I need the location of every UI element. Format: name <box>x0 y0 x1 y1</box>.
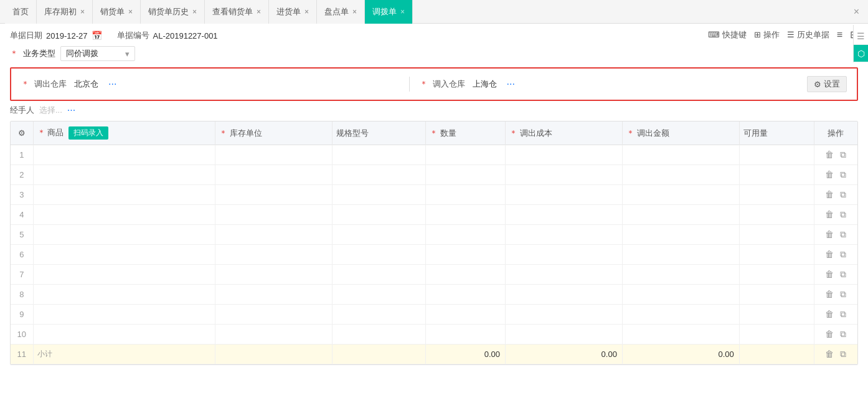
cell-product[interactable] <box>33 145 215 165</box>
copy-icon[interactable]: ⧉ <box>840 209 846 219</box>
cell-product[interactable] <box>33 225 215 245</box>
cell-spec[interactable] <box>333 265 426 285</box>
cell-cost[interactable] <box>505 225 622 245</box>
cell-unit[interactable] <box>215 185 333 205</box>
tab-inventory-init[interactable]: 库存期初 × <box>37 0 93 24</box>
copy-icon[interactable]: ⧉ <box>840 189 846 199</box>
cell-qty[interactable] <box>425 265 505 285</box>
delete-icon[interactable]: 🗑 <box>825 309 834 319</box>
cell-amount[interactable] <box>622 325 739 345</box>
cell-product[interactable] <box>33 285 215 305</box>
tab-close-purchase[interactable]: × <box>304 7 309 16</box>
cell-unit[interactable] <box>215 245 333 265</box>
delete-icon[interactable]: 🗑 <box>825 289 834 299</box>
agent-select[interactable]: 选择... <box>39 105 62 116</box>
side-list-icon[interactable]: ☰ <box>854 27 869 45</box>
scan-button[interactable]: 扫码录入 <box>68 126 108 140</box>
cell-unit[interactable] <box>215 165 333 185</box>
cell-amount[interactable] <box>622 185 739 205</box>
cell-qty[interactable] <box>425 205 505 225</box>
calendar-icon[interactable]: 📅 <box>92 31 102 40</box>
cell-qty[interactable] <box>425 185 505 205</box>
cell-cost[interactable] <box>505 205 622 225</box>
tab-inventory-check[interactable]: 盘点单 × <box>317 0 365 24</box>
cell-amount[interactable] <box>622 205 739 225</box>
settings-gear-button[interactable]: ⚙ 设置 <box>807 76 847 92</box>
tab-sales-order[interactable]: 销货单 × <box>93 0 141 24</box>
tab-home[interactable]: 首页 <box>5 0 37 24</box>
tab-close-transfer[interactable]: × <box>400 7 405 16</box>
cell-product[interactable] <box>33 205 215 225</box>
agent-more-button[interactable]: ··· <box>67 105 75 116</box>
cell-spec[interactable] <box>333 165 426 185</box>
cell-cost[interactable] <box>505 305 622 325</box>
cell-spec[interactable] <box>333 145 426 165</box>
copy-icon[interactable]: ⧉ <box>840 169 846 179</box>
delete-icon[interactable]: 🗑 <box>825 189 834 199</box>
copy-icon[interactable]: ⧉ <box>840 249 846 259</box>
cell-qty[interactable] <box>425 165 505 185</box>
side-expand-icon[interactable]: ⬡ <box>854 45 869 62</box>
cell-qty[interactable] <box>425 305 505 325</box>
delete-icon[interactable]: 🗑 <box>825 269 834 279</box>
cell-unit[interactable] <box>215 325 333 345</box>
shortcuts-button[interactable]: ⌨ 快捷键 <box>708 29 747 40</box>
cell-product[interactable] <box>33 305 215 325</box>
warehouse-out-more-button[interactable]: ··· <box>108 79 116 90</box>
delete-icon[interactable]: 🗑 <box>825 329 834 339</box>
cell-qty[interactable] <box>425 145 505 165</box>
cell-spec[interactable] <box>333 205 426 225</box>
cell-qty[interactable] <box>425 245 505 265</box>
cell-amount[interactable] <box>622 285 739 305</box>
cell-unit[interactable] <box>215 205 333 225</box>
copy-icon[interactable]: ⧉ <box>840 269 846 279</box>
close-all-tabs-button[interactable]: × <box>850 4 863 20</box>
delete-icon[interactable]: 🗑 <box>825 209 834 219</box>
copy-icon[interactable]: ⧉ <box>840 329 846 339</box>
copy-icon[interactable]: ⧉ <box>840 229 846 239</box>
tab-close-inventory-check[interactable]: × <box>352 7 357 16</box>
cell-spec[interactable] <box>333 305 426 325</box>
cell-spec[interactable] <box>333 325 426 345</box>
tab-close-inventory-init[interactable]: × <box>80 7 85 16</box>
tab-transfer[interactable]: 调拨单 × <box>365 0 413 24</box>
cell-cost[interactable] <box>505 265 622 285</box>
cell-qty[interactable] <box>425 285 505 305</box>
copy-icon[interactable]: ⧉ <box>840 289 846 299</box>
tab-view-sales[interactable]: 查看销货单 × <box>205 0 269 24</box>
cell-cost[interactable] <box>505 185 622 205</box>
cell-unit[interactable] <box>215 305 333 325</box>
cell-spec[interactable] <box>333 245 426 265</box>
history-button[interactable]: ☰ 历史单据 <box>787 29 829 40</box>
cell-product[interactable] <box>33 165 215 185</box>
cell-product[interactable] <box>33 265 215 285</box>
cell-amount[interactable] <box>622 165 739 185</box>
tab-close-sales-history[interactable]: × <box>192 7 197 16</box>
cell-cost[interactable] <box>505 285 622 305</box>
tab-sales-history[interactable]: 销货单历史 × <box>141 0 205 24</box>
cell-spec[interactable] <box>333 185 426 205</box>
cell-cost[interactable] <box>505 245 622 265</box>
cell-amount[interactable] <box>622 265 739 285</box>
cell-spec[interactable] <box>333 285 426 305</box>
delete-icon[interactable]: 🗑 <box>825 229 834 239</box>
cell-amount[interactable] <box>622 305 739 325</box>
delete-icon[interactable]: 🗑 <box>825 169 834 179</box>
cell-cost[interactable] <box>505 325 622 345</box>
warehouse-in-more-button[interactable]: ··· <box>507 79 515 90</box>
delete-icon[interactable]: 🗑 <box>825 150 834 159</box>
cell-amount[interactable] <box>622 145 739 165</box>
cell-spec[interactable] <box>333 225 426 245</box>
cell-amount[interactable] <box>622 245 739 265</box>
layout1-button[interactable]: ≡ <box>837 29 842 40</box>
cell-product[interactable] <box>33 185 215 205</box>
business-type-select[interactable]: 同价调拨 ▾ <box>60 46 135 61</box>
delete-icon[interactable]: 🗑 <box>825 249 834 259</box>
cell-amount[interactable] <box>622 225 739 245</box>
cell-product[interactable] <box>33 325 215 345</box>
cell-qty[interactable] <box>425 225 505 245</box>
copy-icon[interactable]: ⧉ <box>840 150 846 159</box>
operations-button[interactable]: ⊞ 操作 <box>754 29 780 40</box>
cell-unit[interactable] <box>215 265 333 285</box>
tab-purchase[interactable]: 进货单 × <box>269 0 317 24</box>
